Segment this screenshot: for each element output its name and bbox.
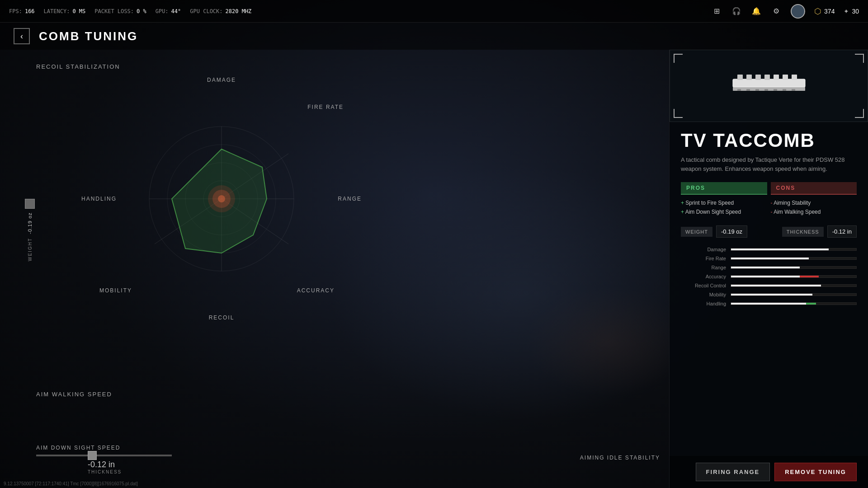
attachment-description: A tactical comb designed by Tactique Ver… (681, 155, 857, 173)
svg-rect-27 (764, 89, 768, 91)
con-item-1: Aiming Stability (771, 198, 857, 207)
aim-down-sight-slider[interactable] (88, 451, 97, 460)
stat-label-damage: Damage (681, 247, 726, 252)
gpu-clock-value: 2820 MHZ (226, 8, 252, 14)
remove-tuning-button[interactable]: REMOVE TUNING (774, 463, 857, 481)
stat-bar-damage: Damage (681, 247, 857, 252)
stat-fill-damage (731, 249, 829, 250)
radar-label-handling: HANDLING (81, 196, 117, 202)
cod-points-value: 374 (824, 8, 835, 15)
packet-loss-value: 0 % (137, 8, 146, 14)
svg-rect-22 (792, 75, 797, 80)
cons-header: CONS (771, 182, 857, 195)
stat-track-firerate (731, 257, 857, 260)
stat-fill-recoil (731, 285, 821, 286)
stat-fill-handling-green (806, 303, 816, 305)
recoil-stabilization-label: RECOIL STABILIZATION (36, 63, 120, 70)
latency-value: 0 MS (72, 8, 85, 14)
tokens-value: 30 (852, 8, 859, 15)
stat-fill-accuracy-base (731, 276, 800, 277)
main-content: RECOIL STABILIZATION -0.19 oz WEIGHT DAM… (0, 50, 868, 488)
avatar[interactable] (791, 4, 805, 19)
fps-value: 166 (25, 8, 35, 14)
stat-track-recoil (731, 284, 857, 287)
radar-label-range: RANGE (338, 196, 362, 202)
thickness-label: THICKNESS (782, 227, 824, 237)
svg-rect-18 (755, 75, 761, 80)
aim-down-sight-label: AIM DOWN SIGHT SPEED (36, 445, 120, 451)
top-hud: FPS: 166 LATENCY: 0 MS PACKET LOSS: 0 % … (0, 0, 868, 23)
page-title: COMB TUNING (39, 29, 138, 43)
radar-chart-container: DAMAGE FIRE RATE RANGE ACCURACY RECOIL M… (81, 77, 362, 321)
svg-rect-15 (733, 79, 805, 87)
gear-icon[interactable]: ⚙ (771, 6, 782, 17)
debug-bar: 9.12.13750007 [72:117:1740:41] Tmc [7000… (0, 479, 142, 488)
stat-fill-mobility (731, 294, 812, 296)
thickness-slider-label: THICKNESS (88, 469, 122, 474)
left-panel: RECOIL STABILIZATION -0.19 oz WEIGHT DAM… (0, 50, 669, 488)
svg-rect-19 (764, 75, 770, 80)
currency-tokens: ✦ 30 (844, 8, 859, 15)
stat-label-range: Range (681, 265, 726, 270)
svg-rect-21 (783, 75, 788, 80)
latency-label: LATENCY: (44, 8, 70, 14)
pro-item-2: Aim Down Sight Speed (681, 207, 767, 216)
stat-bar-range: Range (681, 265, 857, 270)
hud-stats: FPS: 166 LATENCY: 0 MS PACKET LOSS: 0 % … (9, 8, 251, 14)
weight-label: WEIGHT (681, 227, 712, 237)
radar-label-firerate: FIRE RATE (307, 104, 344, 110)
latency-stat: LATENCY: 0 MS (44, 8, 86, 14)
cons-box: CONS Aiming Stability Aim Walking Speed (771, 182, 857, 216)
back-arrow-icon: ‹ (20, 32, 23, 41)
stat-bar-firerate: Fire Rate (681, 256, 857, 261)
stat-track-accuracy (731, 275, 857, 278)
hud-right: ⊞ 🎧 🔔 ⚙ ⬡ 374 ✦ 30 (711, 4, 859, 19)
svg-rect-26 (755, 89, 759, 91)
radar-label-damage: DAMAGE (207, 77, 236, 83)
aiming-idle-stability-label: AIMING IDLE STABILITY (580, 455, 660, 461)
firing-range-button[interactable]: FIRING RANGE (696, 463, 770, 481)
radar-label-recoil: RECOIL (209, 314, 235, 321)
stat-bar-accuracy: Accuracy (681, 274, 857, 279)
svg-rect-20 (774, 75, 779, 80)
thickness-slider-value: -0.12 in (88, 460, 122, 469)
pros-header: PROS (681, 182, 767, 195)
cod-points-icon: ⬡ (814, 6, 821, 16)
pros-box: PROS Sprint to Fire Speed Aim Down Sight… (681, 182, 767, 216)
back-button[interactable]: ‹ (14, 28, 30, 44)
packet-loss-stat: PACKET LOSS: 0 % (94, 8, 146, 14)
weight-slider-container: -0.19 oz WEIGHT (25, 199, 35, 261)
grid-icon[interactable]: ⊞ (711, 6, 722, 17)
weight-slider-value: -0.19 oz (27, 212, 33, 234)
gpu-value: 44° (171, 8, 181, 14)
weight-slider-handle[interactable] (25, 199, 35, 209)
bell-icon[interactable]: 🔔 (751, 6, 762, 17)
weight-box: WEIGHT -0.19 oz (681, 225, 747, 238)
stat-bar-handling: Handling (681, 301, 857, 306)
weight-slider-label: WEIGHT (28, 238, 33, 261)
svg-rect-30 (792, 89, 795, 91)
info-section: TV TACCOMB A tactical comb designed by T… (670, 122, 868, 456)
bottom-buttons: FIRING RANGE REMOVE TUNING (670, 456, 868, 488)
stat-track-mobility (731, 293, 857, 296)
tokens-icon: ✦ (844, 8, 849, 15)
attachment-image (724, 68, 814, 104)
right-panel: TV TACCOMB A tactical comb designed by T… (669, 50, 868, 488)
headset-icon[interactable]: 🎧 (731, 6, 742, 17)
corner-br (855, 109, 864, 118)
pro-item-1: Sprint to Fire Speed (681, 198, 767, 207)
attachment-name: TV TACCOMB (681, 131, 857, 150)
stat-label-recoil: Recoil Control (681, 283, 726, 288)
currency-cod-points: ⬡ 374 (814, 6, 835, 16)
fps-label: FPS: (9, 8, 22, 14)
gpu-clock-label: GPU CLOCK: (190, 8, 222, 14)
page-header: ‹ COMB TUNING (0, 23, 868, 50)
corner-tr (855, 54, 864, 63)
stat-fill-firerate (731, 258, 809, 259)
pros-cons: PROS Sprint to Fire Speed Aim Down Sight… (681, 182, 857, 216)
stat-bar-recoil: Recoil Control (681, 283, 857, 288)
thickness-box: THICKNESS -0.12 in (782, 225, 857, 238)
weight-thickness-row: WEIGHT -0.19 oz THICKNESS -0.12 in (681, 225, 857, 238)
fps-stat: FPS: 166 (9, 8, 35, 14)
stat-label-firerate: Fire Rate (681, 256, 726, 261)
